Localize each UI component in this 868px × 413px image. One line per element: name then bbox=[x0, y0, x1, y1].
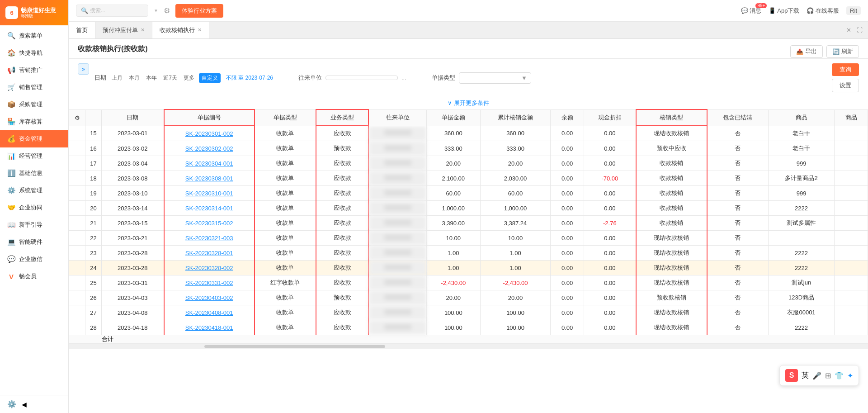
table-cell: 收款单 bbox=[255, 305, 316, 320]
sidebar-item-wechat[interactable]: 💬 企业微信 bbox=[0, 251, 68, 268]
table-row: 192023-03-10SK-20230310-001收款单应收款60.0060… bbox=[69, 186, 868, 201]
expand-more-bar[interactable]: ∨ 展开更多条件 bbox=[69, 97, 868, 109]
sidebar-item-system[interactable]: ⚙️ 系统管理 bbox=[0, 182, 68, 199]
voucher-no-link[interactable]: SK-20230302-002 bbox=[164, 141, 255, 156]
table-cell: -2.76 bbox=[584, 216, 636, 231]
sidebar-item-member[interactable]: V 畅会员 bbox=[0, 268, 68, 285]
table-cell: 60.00 bbox=[480, 186, 550, 201]
refresh-button[interactable]: 🔄 刷新 bbox=[826, 45, 859, 58]
close-tab-icon[interactable]: ✕ bbox=[846, 27, 851, 33]
col-cash-discount[interactable]: 现金折扣 bbox=[584, 109, 636, 126]
system-icon: ⚙️ bbox=[7, 186, 15, 195]
table-cell bbox=[69, 141, 85, 156]
voucher-no-link[interactable]: SK-20230310-001 bbox=[164, 186, 255, 201]
sidebar-item-marketing[interactable]: 📢 营销推广 bbox=[0, 62, 68, 79]
export-icon: 📤 bbox=[796, 48, 803, 55]
col-write-off-amount[interactable]: 累计核销金额 bbox=[480, 109, 550, 126]
col-settings[interactable]: ⚙ bbox=[69, 109, 85, 126]
sidebar-item-purchase[interactable]: 📦 采购管理 bbox=[0, 96, 68, 113]
col-goods[interactable]: 商品 bbox=[768, 109, 834, 126]
tab-receipt-close[interactable]: ✕ bbox=[198, 27, 202, 33]
settings-icon[interactable]: ⚙️ bbox=[7, 400, 16, 408]
message-area[interactable]: 💬 消息 99+ bbox=[741, 7, 762, 15]
table-cell bbox=[835, 290, 868, 305]
table-cell: 收款单 bbox=[255, 141, 316, 156]
col-biz-type[interactable]: 业务类型 bbox=[316, 109, 368, 126]
tab-receivable-close[interactable]: ✕ bbox=[141, 27, 145, 33]
voucher-no-link[interactable]: SK-20230328-001 bbox=[164, 246, 255, 261]
sidebar-item-quick[interactable]: 🏠 快捷导航 bbox=[0, 44, 68, 62]
counterpart-input[interactable] bbox=[326, 76, 398, 80]
sidebar: 6 畅康道好生意 标推版 🔍 搜索菜单 🏠 快捷导航 📢 营销推广 🛒 销售管理… bbox=[0, 0, 69, 413]
date-custom[interactable]: 自定义 bbox=[199, 73, 221, 83]
table-cell: -2,430.00 bbox=[426, 275, 480, 290]
sidebar-item-sales[interactable]: 🛒 销售管理 bbox=[0, 79, 68, 96]
table-cell: 收款单 bbox=[255, 261, 316, 275]
app-download-link[interactable]: 📱 App下载 bbox=[769, 7, 799, 15]
col-include-settled[interactable]: 包含已结清 bbox=[707, 109, 769, 126]
table-cell: 预收款核销 bbox=[636, 290, 707, 305]
sidebar-bottom: ⚙️ ◀ bbox=[0, 395, 68, 413]
col-date[interactable]: 日期 bbox=[102, 109, 164, 126]
sidebar-item-finance[interactable]: 💰 资金管理 bbox=[0, 130, 68, 147]
date-last-month[interactable]: 上月 bbox=[110, 73, 124, 83]
sidebar-item-enterprise[interactable]: 🤝 企业协同 bbox=[0, 199, 68, 216]
col-amount[interactable]: 单据金额 bbox=[426, 109, 480, 126]
date-more[interactable]: 更多 bbox=[182, 73, 196, 83]
user-info[interactable]: Rit bbox=[846, 6, 861, 15]
table-cell bbox=[69, 171, 85, 186]
voucher-type-select[interactable]: ▼ bbox=[459, 72, 531, 84]
maximize-icon[interactable]: ⛶ bbox=[857, 27, 863, 33]
topbar-search[interactable]: 🔍 搜索... bbox=[76, 5, 148, 17]
sidebar-item-operations[interactable]: 📊 经营管理 bbox=[0, 147, 68, 165]
tab-receivable[interactable]: 预付冲应付单 ✕ bbox=[95, 22, 152, 38]
table-cell: 收款单 bbox=[255, 290, 316, 305]
voucher-no-link[interactable]: SK-20230403-002 bbox=[164, 290, 255, 305]
query-button[interactable]: 查询 bbox=[832, 63, 859, 76]
filter-collapse-button[interactable]: » bbox=[78, 63, 89, 75]
settings-button[interactable]: 设置 bbox=[832, 79, 859, 92]
voucher-no-link[interactable]: SK-20230321-003 bbox=[164, 231, 255, 246]
col-write-off-type[interactable]: 核销类型 bbox=[636, 109, 707, 126]
voucher-no-link[interactable]: SK-20230331-002 bbox=[164, 275, 255, 290]
tab-home[interactable]: 首页 bbox=[69, 22, 95, 38]
table-cell bbox=[835, 231, 868, 246]
voucher-no-link[interactable]: SK-20230418-001 bbox=[164, 320, 255, 335]
col-counterpart[interactable]: 往来单位 bbox=[368, 109, 426, 126]
gear-icon[interactable]: ⚙ bbox=[164, 6, 170, 15]
table-cell: 0.00 bbox=[584, 126, 636, 141]
table-cell bbox=[69, 320, 85, 335]
voucher-no-link[interactable]: SK-20230314-001 bbox=[164, 201, 255, 216]
tab-receipt[interactable]: 收款核销执行 ✕ bbox=[152, 22, 209, 38]
date-this-month[interactable]: 本月 bbox=[127, 73, 142, 83]
voucher-no-link[interactable]: SK-20230408-001 bbox=[164, 305, 255, 320]
table-row: 272023-04-08SK-20230408-001收款单应收款100.001… bbox=[69, 305, 868, 320]
table-cell: 1.00 bbox=[426, 261, 480, 275]
voucher-no-link[interactable]: SK-20230308-001 bbox=[164, 171, 255, 186]
voucher-no-link[interactable]: SK-20230304-001 bbox=[164, 156, 255, 171]
col-voucher-type[interactable]: 单据类型 bbox=[255, 109, 316, 126]
date-this-year[interactable]: 本年 bbox=[144, 73, 159, 83]
search-icon: 🔍 bbox=[7, 32, 15, 40]
date-last-7-days[interactable]: 近7天 bbox=[161, 73, 179, 83]
sidebar-item-hardware[interactable]: 💻 智能硬件 bbox=[0, 233, 68, 251]
col-goods2[interactable]: 商品 bbox=[835, 109, 868, 126]
col-balance[interactable]: 余额 bbox=[551, 109, 584, 126]
sidebar-item-search[interactable]: 🔍 搜索菜单 bbox=[0, 27, 68, 44]
export-button[interactable]: 📤 导出 bbox=[790, 45, 823, 58]
voucher-no-link[interactable]: SK-20230315-002 bbox=[164, 216, 255, 231]
col-voucher-no[interactable]: 单据编号 bbox=[164, 109, 255, 126]
basic-icon: ℹ️ bbox=[7, 169, 15, 177]
table-cell: 123D商品 bbox=[768, 290, 834, 305]
table-cell: 23 bbox=[85, 246, 102, 261]
sidebar-item-inventory[interactable]: 🏪 库存核算 bbox=[0, 113, 68, 130]
collapse-icon[interactable]: ◀ bbox=[22, 401, 27, 408]
industry-solution-button[interactable]: 体验行业方案 bbox=[175, 4, 223, 18]
sidebar-item-basic[interactable]: ℹ️ 基础信息 bbox=[0, 165, 68, 182]
voucher-no-link[interactable]: SK-20230328-002 bbox=[164, 261, 255, 275]
online-support-link[interactable]: 🎧 在线客服 bbox=[807, 7, 839, 15]
enterprise-icon: 🤝 bbox=[7, 204, 15, 212]
sidebar-item-guide[interactable]: 📖 新手引导 bbox=[0, 216, 68, 233]
voucher-no-link[interactable]: SK-20230301-002 bbox=[164, 126, 255, 141]
table-cell bbox=[368, 186, 426, 201]
